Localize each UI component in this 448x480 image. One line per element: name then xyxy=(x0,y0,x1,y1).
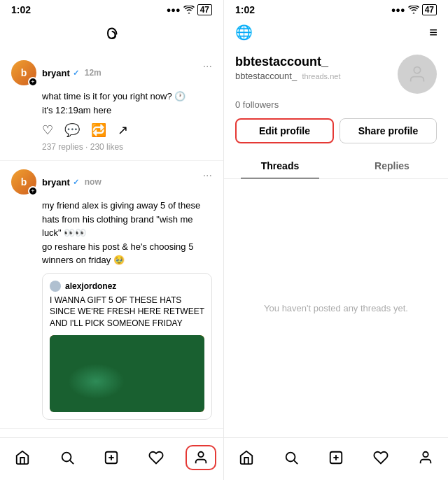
svg-point-7 xyxy=(414,67,420,73)
post-2-author: bryant ✓ now xyxy=(42,177,102,188)
signal-icon: ●●● xyxy=(167,6,181,14)
svg-point-6 xyxy=(198,452,203,457)
post-1-header: b + bryant ✓ 12m ··· xyxy=(11,60,212,85)
svg-point-1 xyxy=(62,453,71,462)
right-nav-profile[interactable] xyxy=(410,445,441,470)
share-icon[interactable]: ↗ xyxy=(118,122,128,138)
left-status-bar: 1:02 ●●● 47 xyxy=(0,0,223,18)
post-1-stats: 237 replies · 230 likes xyxy=(42,142,212,152)
post-2-avatar: b + xyxy=(11,169,36,195)
post-1: b + bryant ✓ 12m ··· what time is it for… xyxy=(0,52,223,161)
svg-point-8 xyxy=(286,453,295,462)
threads-logo-icon xyxy=(101,24,123,46)
left-nav-compose[interactable] xyxy=(96,445,127,470)
profile-buttons: Edit profile Share profile xyxy=(235,118,437,143)
empty-state: You haven't posted any threads yet. xyxy=(224,179,448,437)
tab-replies[interactable]: Replies xyxy=(336,153,448,178)
left-nav-profile[interactable] xyxy=(186,445,216,470)
left-time: 1:02 xyxy=(11,4,31,15)
left-bottom-nav xyxy=(0,437,223,480)
profile-tabs: Threads Replies xyxy=(224,153,448,179)
verified-badge: ✓ xyxy=(73,69,79,78)
quote-author: alexjordonez xyxy=(65,281,116,291)
profile-avatar xyxy=(398,55,437,94)
post-1-actions: ♡ 💬 🔁 ↗ xyxy=(42,122,212,138)
post-1-content: what time is it for you right now? 🕐 it'… xyxy=(42,90,212,117)
right-panel: 1:02 ●●● 47 🌐 ≡ bbtestaccount_ bbt xyxy=(224,0,448,480)
quote-card: alexjordonez I WANNA GIFT 5 OF THESE HAT… xyxy=(42,273,212,420)
svg-point-13 xyxy=(423,452,428,457)
right-status-bar: 1:02 ●●● 47 xyxy=(224,0,448,18)
right-nav-home[interactable] xyxy=(231,445,262,470)
repost-icon[interactable]: 🔁 xyxy=(91,122,106,138)
globe-icon[interactable]: 🌐 xyxy=(235,24,253,41)
svg-line-9 xyxy=(294,460,298,464)
quote-text: I WANNA GIFT 5 OF THESE HATS SINCE WE'RE… xyxy=(50,295,204,330)
quote-image xyxy=(50,335,204,412)
right-nav-search[interactable] xyxy=(276,445,307,470)
post-1-more[interactable]: ··· xyxy=(203,60,212,73)
battery-icon: 47 xyxy=(197,4,212,15)
hamburger-icon[interactable]: ≡ xyxy=(429,25,437,39)
profile-username: bbtestaccount_ xyxy=(235,55,340,69)
post-2: b + bryant ✓ now ··· my friend alex is g… xyxy=(0,161,223,429)
left-feed: b + bryant ✓ 12m ··· what time is it for… xyxy=(0,52,223,437)
verified-badge-2: ✓ xyxy=(73,178,79,187)
left-status-icons: ●●● 47 xyxy=(167,4,212,15)
post-2-more[interactable]: ··· xyxy=(203,169,212,182)
right-bottom-nav xyxy=(224,437,448,480)
post-1-avatar: b + xyxy=(11,60,36,85)
svg-line-2 xyxy=(70,460,74,464)
right-time: 1:02 xyxy=(235,4,255,15)
left-nav-likes[interactable] xyxy=(141,445,172,470)
left-panel: 1:02 ●●● 47 xyxy=(0,0,224,480)
profile-domain: threads.net xyxy=(302,72,340,80)
right-battery-icon: 47 xyxy=(422,4,437,15)
tab-threads[interactable]: Threads xyxy=(224,153,336,178)
followers-count: 0 followers xyxy=(235,99,437,110)
right-nav-likes[interactable] xyxy=(365,445,396,470)
edit-profile-button[interactable]: Edit profile xyxy=(235,118,334,143)
profile-top: bbtestaccount_ bbtestaccount_ threads.ne… xyxy=(235,55,437,94)
comment-icon[interactable]: 💬 xyxy=(64,122,80,138)
left-app-header xyxy=(0,18,223,52)
profile-info: bbtestaccount_ bbtestaccount_ threads.ne… xyxy=(224,46,448,149)
share-profile-button[interactable]: Share profile xyxy=(340,118,437,143)
heart-icon[interactable]: ♡ xyxy=(42,122,53,138)
quote-avatar xyxy=(50,281,61,292)
left-nav-home[interactable] xyxy=(7,445,38,470)
right-nav-compose[interactable] xyxy=(321,445,351,470)
post-1-author: bryant ✓ 12m xyxy=(42,68,102,78)
right-wifi-icon xyxy=(408,6,419,14)
wifi-icon xyxy=(183,6,195,14)
right-app-header: 🌐 ≡ xyxy=(224,18,448,46)
post-2-content: my friend alex is giving away 5 of these… xyxy=(42,199,212,267)
post-2-header: b + bryant ✓ now ··· xyxy=(11,169,212,195)
left-nav-search[interactable] xyxy=(52,445,83,470)
profile-handle: bbtestaccount_ threads.net xyxy=(235,71,340,81)
right-status-icons: ●●● 47 xyxy=(391,4,437,15)
right-signal-icon: ●●● xyxy=(391,6,405,14)
svg-point-0 xyxy=(115,34,116,36)
